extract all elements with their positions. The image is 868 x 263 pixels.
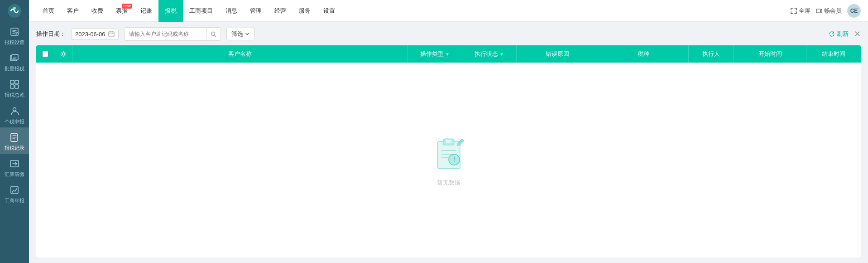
svg-rect-13 [11,186,18,194]
svg-point-1 [13,7,16,10]
avatar[interactable]: CE [847,4,861,18]
sidebar-item-geshuishen-bao[interactable]: 个税申报 [0,101,29,127]
svg-point-17 [62,53,64,55]
date-label: 操作日期： [36,30,66,38]
top-navigation: 首页 客户 收费 票据 new 记账 报税 工商项目 消息 管理 经营 服务 设… [29,0,868,22]
svg-rect-7 [15,80,19,84]
nav-item-collection[interactable]: 收费 [85,0,110,22]
sidebar-item-baoshui-zonglан[interactable]: 报税总览 [0,74,29,101]
refresh-label: 刷新 [837,30,849,38]
th-exec-status[interactable]: 执行状态 ▼ [462,45,517,63]
nav-item-home[interactable]: 首页 [36,0,61,22]
sidebar-item-label: 报税记录 [5,145,24,151]
date-picker[interactable]: 2023-06-06 [71,29,119,40]
nav-item-management[interactable]: 管理 [244,0,268,22]
content-area: 操作日期： 2023-06-06 筛选 [29,22,868,263]
search-box [124,27,221,41]
nav-item-operation[interactable]: 经营 [268,0,293,22]
sort-icon: ▼ [445,52,450,57]
select-all-checkbox[interactable] [42,51,48,57]
settings-tax-icon [8,25,21,38]
svg-rect-14 [816,9,820,13]
overview-tax-icon [8,78,21,91]
fullscreen-button[interactable]: 全屏 [791,7,810,15]
sidebar-item-label: 工商年报 [5,198,24,204]
nav-item-industrial[interactable]: 工商项目 [183,0,219,22]
th-executor: 执行人 [689,45,734,63]
sidebar-item-label: 批量报税 [5,66,24,72]
calendar-icon [108,31,115,37]
nav-item-tax[interactable]: 报税 [158,0,183,22]
sidebar-item-baoshui-shezhi[interactable]: 报税设置 [0,22,29,48]
svg-rect-20 [446,140,451,143]
fullscreen-icon [791,8,797,14]
nav-items: 首页 客户 收费 票据 new 记账 报税 工商项目 消息 管理 经营 服务 设… [36,0,791,22]
gear-icon [60,51,67,57]
toolbar-right: 刷新 ✕ [829,30,861,38]
date-value: 2023-06-06 [75,31,106,38]
th-tax-type: 税种 [598,45,689,63]
annual-report-icon [8,184,21,196]
table-header: 客户名称 操作类型 ▼ 执行状态 ▼ 错误原因 税种 执行人 [36,45,861,63]
th-operation-type[interactable]: 操作类型 ▼ [408,45,462,63]
batch-tax-icon [8,52,21,64]
main-area: 首页 客户 收费 票据 new 记账 报税 工商项目 消息 管理 经营 服务 设… [29,0,868,263]
th-gear[interactable] [54,45,72,63]
sort-icon: ▼ [499,52,504,57]
th-error-reason: 错误原因 [517,45,598,63]
close-button[interactable]: ✕ [854,30,861,38]
toolbar: 操作日期： 2023-06-06 筛选 [36,27,861,41]
sidebar-item-huisuan-jiaona[interactable]: 汇算清缴 [0,154,29,180]
svg-rect-6 [10,80,14,84]
settlement-icon [8,157,21,170]
svg-rect-15 [109,32,114,37]
nav-item-customer[interactable]: 客户 [61,0,85,22]
th-start-time: 开始时间 [734,45,806,63]
sidebar-item-label: 报税总览 [5,92,24,98]
nav-item-service[interactable]: 服务 [293,0,317,22]
record-tax-icon [8,131,21,144]
nav-item-bookkeeping[interactable]: 记账 [134,0,158,22]
sidebar-item-label: 报税设置 [5,39,24,45]
table-body: 暂无数据 [36,63,861,258]
member-button[interactable]: 畅会员 [816,7,842,15]
personal-tax-icon [8,105,21,117]
search-icon [211,31,216,37]
empty-state: 暂无数据 [431,133,467,187]
th-end-time: 结束时间 [806,45,861,63]
new-badge: new [122,4,132,9]
nav-item-invoice[interactable]: 票据 new [110,0,134,22]
video-icon [816,8,822,14]
sidebar-item-label: 汇算清缴 [5,171,24,177]
chevron-down-icon [245,32,249,36]
th-client-name: 客户名称 [72,45,408,63]
sidebar-item-piliang-baoshui[interactable]: 批量报税 [0,48,29,74]
nav-item-message[interactable]: 消息 [219,0,244,22]
topnav-right: 全屏 畅会员 CE [791,4,861,18]
filter-label: 筛选 [231,30,243,38]
svg-point-10 [13,107,16,111]
nav-item-settings[interactable]: 设置 [317,0,341,22]
sidebar-item-label: 个税申报 [5,119,24,125]
empty-illustration-svg [431,133,467,174]
svg-rect-8 [10,85,14,88]
refresh-icon [829,31,835,37]
filter-button[interactable]: 筛选 [226,28,254,40]
sidebar: 报税设置 批量报税 报税总览 [0,0,29,263]
data-table: 客户名称 操作类型 ▼ 执行状态 ▼ 错误原因 税种 执行人 [36,45,861,258]
empty-text: 暂无数据 [437,179,460,187]
th-checkbox[interactable] [36,45,54,63]
sidebar-item-baoshui-jilu[interactable]: 报税记录 [0,127,29,154]
svg-point-25 [453,161,454,162]
refresh-button[interactable]: 刷新 [829,30,849,38]
svg-rect-9 [15,85,19,88]
search-button[interactable] [206,28,221,40]
search-input[interactable] [125,29,206,39]
app-logo [0,0,29,22]
sidebar-item-gongshang-nianbao[interactable]: 工商年报 [0,180,29,206]
